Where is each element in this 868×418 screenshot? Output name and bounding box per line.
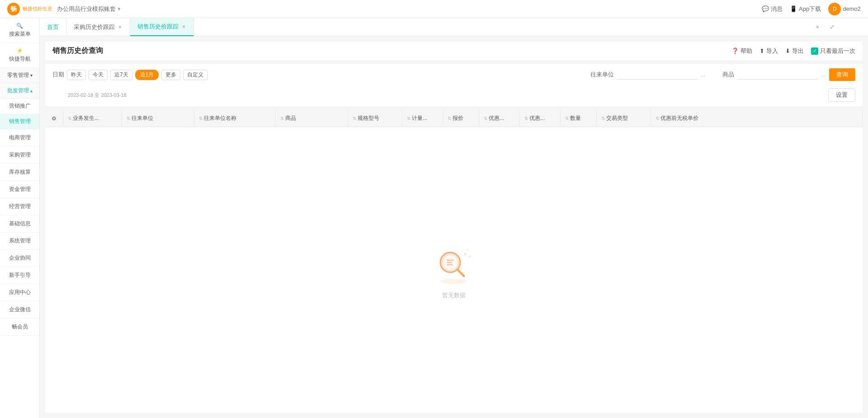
settings-btn[interactable]: 设置	[828, 88, 855, 102]
svg-rect-4	[447, 262, 452, 263]
sidebar-item-ecommerce[interactable]: 电商管理	[0, 129, 39, 147]
logo-icon: 畅	[7, 3, 20, 15]
partner-filter-group: 往来单位 ...	[590, 70, 705, 80]
sidebar-item-finance[interactable]: 资金管理	[0, 181, 39, 198]
main-layout: 🔍 搜索菜单 ⚡ 快捷导航 零售管理 ▾ 批发管理 ▴ 营销推广 销售管理 电商…	[0, 18, 868, 418]
empty-state: 暂无数据	[45, 127, 863, 413]
svg-point-9	[469, 256, 471, 257]
goods-input[interactable]	[737, 70, 818, 80]
svg-line-6	[458, 270, 464, 276]
tab-close-all-btn[interactable]: ×	[812, 22, 823, 33]
logo-text: 畅捷信好生意	[23, 6, 52, 12]
sidebar-item-retail-mgmt[interactable]: 零售管理 ▾	[0, 68, 39, 83]
sidebar-item-wholesale-mgmt[interactable]: 批发管理 ▴	[0, 83, 39, 99]
th-biz-date[interactable]: ⇅ 业务发生...	[63, 111, 122, 126]
sidebar-item-new-guide[interactable]: 新手引导	[0, 267, 39, 284]
tab-purchase-history[interactable]: 采购历史价跟踪 ×	[66, 18, 130, 36]
sidebar-item-enterprise-wechat[interactable]: 企业微信	[0, 301, 39, 318]
date-filter-group: 日期 昨天 今天 近7天 近1月 更多 自定义	[52, 70, 208, 80]
sidebar-item-app-center[interactable]: 应用中心	[0, 284, 39, 301]
sidebar: 🔍 搜索菜单 ⚡ 快捷导航 零售管理 ▾ 批发管理 ▴ 营销推广 销售管理 电商…	[0, 18, 40, 418]
partner-dots[interactable]: ...	[701, 71, 705, 78]
sidebar-item-purchase[interactable]: 采购管理	[0, 147, 39, 164]
tab-bar: 首页 采购历史价跟踪 × 销售历史价跟踪 × × ⤢	[40, 18, 868, 36]
sidebar-item-sales-mgmt[interactable]: 销售管理	[0, 114, 39, 129]
th-unit-name[interactable]: ⇅ 往来单位名称	[194, 111, 276, 126]
checkbox-icon: ✓	[811, 48, 818, 55]
partner-label: 往来单位	[590, 71, 614, 79]
th-settings[interactable]: ⚙	[45, 112, 63, 125]
date-7days-btn[interactable]: 近7天	[110, 70, 132, 80]
filter-area: 日期 昨天 今天 近7天 近1月 更多 自定义 往来单位 ...	[45, 64, 863, 106]
th-discount1[interactable]: ⇅ 优惠...	[479, 111, 520, 126]
th-measure[interactable]: ⇅ 计量...	[402, 111, 443, 126]
date-label: 日期	[52, 71, 64, 79]
svg-point-8	[467, 249, 468, 251]
sidebar-item-member[interactable]: 畅会员	[0, 318, 39, 336]
svg-point-0	[440, 279, 467, 284]
goods-filter-group: 商品 ...	[722, 70, 826, 80]
goods-dots[interactable]: ...	[821, 71, 826, 78]
empty-text: 暂无数据	[442, 291, 466, 299]
th-qty[interactable]: ⇅ 数量	[561, 111, 597, 126]
tab-sales-close[interactable]: ×	[181, 23, 186, 30]
th-goods[interactable]: ⇅ 商品	[276, 111, 348, 126]
filter-actions: 查询	[829, 68, 855, 81]
query-btn[interactable]: 查询	[829, 68, 855, 81]
message-btn[interactable]: 💬 消息	[762, 5, 783, 13]
tab-sales-history[interactable]: 销售历史价跟踪 ×	[130, 18, 194, 36]
date-more-btn[interactable]: 更多	[161, 70, 180, 80]
sidebar-item-basic-info[interactable]: 基础信息	[0, 215, 39, 233]
sidebar-item-quick-nav[interactable]: ⚡ 快捷导航	[0, 43, 39, 68]
svg-rect-5	[447, 264, 453, 266]
goods-label: 商品	[722, 71, 734, 79]
content-area: 首页 采购历史价跟踪 × 销售历史价跟踪 × × ⤢ 销售历史价查询	[40, 18, 868, 418]
filter-row: 日期 昨天 今天 近7天 近1月 更多 自定义 往来单位 ...	[52, 68, 855, 81]
sidebar-item-inventory[interactable]: 库存核算	[0, 164, 39, 181]
page-header-actions: ❓ 帮助 ⬆ 导入 ⬇ 导出 ✓ 只看最后一次	[731, 47, 855, 55]
partner-input[interactable]	[617, 70, 698, 80]
help-btn[interactable]: ❓ 帮助	[731, 47, 752, 55]
tab-home[interactable]: 首页	[40, 18, 66, 36]
tab-purchase-close[interactable]: ×	[118, 24, 123, 31]
date-yesterday-btn[interactable]: 昨天	[67, 70, 86, 80]
th-unit[interactable]: ⇅ 往来单位	[122, 111, 194, 126]
tab-maximize-btn[interactable]: ⤢	[826, 22, 837, 33]
user-menu[interactable]: D demo2	[828, 3, 861, 15]
sidebar-item-marketing[interactable]: 营销推广	[0, 99, 39, 114]
table-area: ⚙ ⇅ 业务发生... ⇅ 往来单位 ⇅ 往来单位名称	[45, 110, 863, 413]
sidebar-item-search-menu[interactable]: 🔍 搜索菜单	[0, 18, 39, 43]
top-bar: 畅 畅捷信好生意 办公用品行业模拟账套 ▾ 💬 消息 📱 App下载 D dem…	[0, 0, 868, 18]
export-btn[interactable]: ⬇ 导出	[785, 47, 804, 55]
date-today-btn[interactable]: 今天	[89, 70, 108, 80]
avatar: D	[828, 3, 841, 15]
sidebar-item-cooperation[interactable]: 企业协同	[0, 250, 39, 267]
date-1month-btn[interactable]: 近1月	[135, 70, 159, 80]
only-last-checkbox[interactable]: ✓ 只看最后一次	[811, 47, 855, 55]
logo-area: 畅 畅捷信好生意	[7, 3, 52, 15]
page-title: 销售历史价查询	[52, 46, 103, 56]
svg-point-7	[464, 253, 467, 256]
app-title[interactable]: 办公用品行业模拟账套 ▾	[57, 5, 121, 13]
th-discount2[interactable]: ⇅ 优惠...	[520, 111, 561, 126]
svg-rect-3	[447, 260, 454, 261]
table-header: ⚙ ⇅ 业务发生... ⇅ 往来单位 ⇅ 往来单位名称	[45, 110, 863, 127]
import-btn[interactable]: ⬆ 导入	[760, 47, 778, 55]
tab-bar-actions: × ⤢	[812, 22, 841, 33]
th-price[interactable]: ⇅ 报价	[443, 111, 479, 126]
sidebar-item-operation[interactable]: 经营管理	[0, 198, 39, 215]
date-range-text: 2023-02-18 至 2023-03-18	[68, 92, 127, 99]
date-range-row: 2023-02-18 至 2023-03-18 设置	[52, 88, 855, 102]
empty-illustration	[431, 241, 476, 286]
th-tax-free-price[interactable]: ⇅ 优惠前无税单价	[651, 111, 863, 126]
page-header: 销售历史价查询 ❓ 帮助 ⬆ 导入 ⬇ 导出 ✓	[45, 42, 863, 60]
th-spec[interactable]: ⇅ 规格型号	[348, 111, 402, 126]
th-trade-type[interactable]: ⇅ 交易类型	[597, 111, 651, 126]
top-bar-right: 💬 消息 📱 App下载 D demo2	[762, 3, 861, 15]
app-download-btn[interactable]: 📱 App下载	[790, 5, 821, 13]
sidebar-item-system[interactable]: 系统管理	[0, 233, 39, 250]
top-bar-left: 畅 畅捷信好生意 办公用品行业模拟账套 ▾	[7, 3, 121, 15]
page-content: 销售历史价查询 ❓ 帮助 ⬆ 导入 ⬇ 导出 ✓	[40, 36, 868, 418]
date-custom-btn[interactable]: 自定义	[183, 70, 208, 80]
